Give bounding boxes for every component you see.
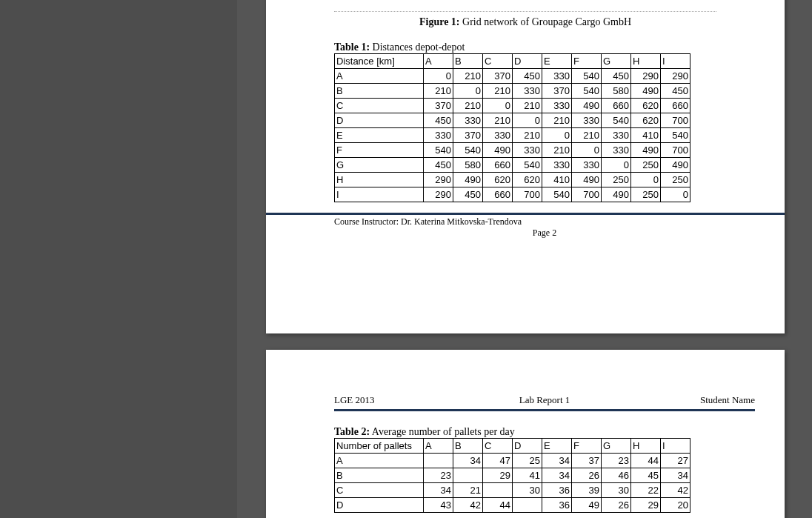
cell: 0: [661, 187, 690, 202]
col-header: F: [572, 54, 602, 69]
table-row: C3702100210330490660620660: [335, 99, 690, 113]
table-1-caption-text: Distances depot-depot: [370, 41, 465, 53]
table-row: C3421303639302242: [335, 483, 690, 498]
cell: 490: [453, 173, 483, 187]
cell: 44: [631, 454, 661, 468]
col-header: C: [483, 54, 513, 69]
cell: 490: [602, 187, 631, 202]
row-label: E: [335, 128, 424, 143]
cell: 620: [513, 173, 542, 187]
cell: 540: [513, 158, 542, 173]
table-row: H2904906206204104902500250: [335, 173, 690, 187]
cell: 21: [453, 483, 483, 498]
col-header: E: [542, 439, 572, 454]
cell: 210: [572, 128, 602, 143]
cell: 330: [513, 84, 542, 99]
header-left: LGE 2013: [334, 394, 474, 406]
table-row: Number of pallets A B C D E F G H I: [335, 439, 690, 454]
cell: 450: [424, 158, 453, 173]
cell: 540: [542, 187, 572, 202]
col-header: D: [513, 439, 542, 454]
col-header: C: [483, 439, 513, 454]
cell: 540: [453, 143, 483, 158]
cell: 250: [631, 187, 661, 202]
table-2-caption-bold: Table 2:: [334, 426, 370, 437]
col-header: D: [513, 54, 542, 69]
table-corner-label: Distance [km]: [335, 54, 424, 69]
table-row: B2329413426464534: [335, 468, 690, 483]
col-header: G: [602, 439, 631, 454]
cell: 540: [424, 143, 453, 158]
cell: 29: [483, 468, 513, 483]
cell: 330: [542, 69, 572, 84]
cell: 30: [602, 483, 631, 498]
cell: 490: [631, 143, 661, 158]
col-header: I: [661, 439, 690, 454]
cell: 660: [483, 187, 513, 202]
grid-artifact: [334, 7, 716, 12]
cell: 450: [602, 69, 631, 84]
cell: 37: [572, 454, 602, 468]
cell: 0: [483, 99, 513, 113]
cell: 370: [483, 69, 513, 84]
cell: 43: [424, 498, 453, 513]
cell: 44: [483, 498, 513, 513]
cell: 290: [661, 69, 690, 84]
cell: 34: [453, 454, 483, 468]
cell: 330: [424, 128, 453, 143]
col-header: A: [424, 54, 453, 69]
cell: 45: [631, 468, 661, 483]
cell: 490: [572, 99, 602, 113]
cell: 46: [602, 468, 631, 483]
row-label: B: [335, 84, 424, 99]
table-row: A0210370450330540450290290: [335, 69, 690, 84]
cell: 450: [424, 113, 453, 128]
cell: 210: [483, 84, 513, 99]
cell: 620: [631, 113, 661, 128]
cell: [483, 483, 513, 498]
cell: [513, 498, 542, 513]
col-header: G: [602, 54, 631, 69]
cell: 370: [424, 99, 453, 113]
cell: 410: [542, 173, 572, 187]
cell: 34: [542, 454, 572, 468]
cell: 250: [661, 173, 690, 187]
cell: 210: [483, 113, 513, 128]
sidebar-panel: [0, 0, 237, 518]
cell: 620: [483, 173, 513, 187]
row-label: B: [335, 468, 424, 483]
cell: 490: [483, 143, 513, 158]
table-row: D4503302100210330540620700: [335, 113, 690, 128]
cell: 580: [602, 84, 631, 99]
table-row: G4505806605403303300250490: [335, 158, 690, 173]
cell: 330: [483, 128, 513, 143]
col-header: B: [453, 54, 483, 69]
cell: 490: [661, 158, 690, 173]
cell: 660: [483, 158, 513, 173]
row-label: G: [335, 158, 424, 173]
cell: 450: [661, 84, 690, 99]
cell: 700: [661, 143, 690, 158]
cell: 30: [513, 483, 542, 498]
table-corner-label: Number of pallets: [335, 439, 424, 454]
table-1-distances: Distance [km] A B C D E F G H I A0210370…: [334, 53, 690, 202]
footer-page-number: Page 2: [334, 228, 755, 239]
cell: 290: [424, 187, 453, 202]
cell: 210: [453, 99, 483, 113]
cell: 330: [542, 158, 572, 173]
cell: 540: [602, 113, 631, 128]
cell: 210: [542, 143, 572, 158]
col-header: H: [631, 439, 661, 454]
table-row: B2100210330370540580490450: [335, 84, 690, 99]
cell: 0: [602, 158, 631, 173]
cell: 540: [572, 69, 602, 84]
row-label: H: [335, 173, 424, 187]
cell: 250: [631, 158, 661, 173]
cell: 0: [572, 143, 602, 158]
cell: 660: [661, 99, 690, 113]
cell: 41: [513, 468, 542, 483]
cell: 210: [513, 99, 542, 113]
cell: 210: [542, 113, 572, 128]
cell: 0: [453, 84, 483, 99]
col-header: I: [661, 54, 690, 69]
